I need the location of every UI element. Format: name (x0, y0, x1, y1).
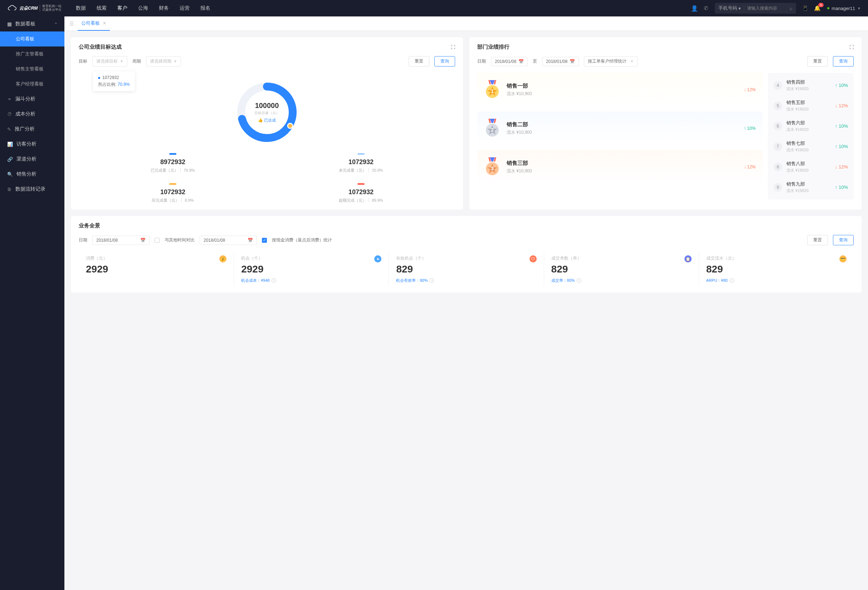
mobile-icon[interactable]: 📱 (803, 6, 807, 11)
cloud-icon (7, 4, 17, 12)
card-rank: 部门业绩排行⛶ 日期 2018/01/08📅 至 2018/01/08📅 按工单… (469, 37, 862, 209)
card-goal: 公司业绩目标达成⛶ 目标 请选择目标▼ 周期 请选择周期▼ 重置 查询 1072… (71, 37, 463, 209)
kpi-icon: 🛡 (530, 255, 537, 262)
sidebar-sub-item[interactable]: 销售主管看板 (0, 62, 64, 77)
date-input[interactable]: 2018/01/08📅 (92, 235, 149, 245)
rank-row: 5销售五部流水 ¥19020↓ 12% (768, 96, 854, 116)
help-icon[interactable]: ? (272, 278, 276, 283)
help-icon[interactable]: ? (430, 278, 434, 283)
pct-change: ↑ 10% (835, 184, 848, 190)
checkbox-compare[interactable] (155, 238, 159, 243)
rank-row: 4销售四部流水 ¥19020↑ 10% (768, 75, 854, 96)
stat-item: 1072932未完成量（元）20.9% (267, 153, 455, 173)
phone-icon[interactable]: ✆ (703, 6, 709, 11)
pct-change: ↓ 12% (835, 164, 848, 169)
rank-card: 1销售一部流水 ¥10,900↓12% (477, 73, 763, 107)
stat-item: 8972932已完成量（元）70.9% (79, 153, 267, 173)
sidebar-item[interactable]: 🔗渠道分析 (0, 152, 64, 167)
chevron-up-icon: ⌃ (55, 22, 57, 26)
kpi-item: 有效机会（个）🛡829机会有效率：80% ? (388, 252, 543, 286)
sidebar-group-dashboard[interactable]: ▦数据看板 ⌃ (0, 16, 64, 31)
kpi-icon: 💳 (839, 255, 847, 262)
donut-chart: 100000 目标总量（元） 👍 已达成 (235, 80, 299, 144)
expand-icon[interactable]: ⛶ (849, 45, 854, 50)
expand-icon[interactable]: ⛶ (451, 45, 455, 50)
select-period[interactable]: 请选择周期▼ (146, 56, 181, 66)
help-icon[interactable]: ? (729, 278, 734, 283)
sidebar-sub-item[interactable]: 推广主管看板 (0, 47, 64, 62)
bell-icon[interactable]: 🔔5 (814, 5, 821, 12)
arrow-icon: ↓ (835, 103, 838, 108)
thumb-icon: 👍 (258, 118, 263, 122)
reset-button[interactable]: 重置 (409, 56, 430, 66)
sidebar-item[interactable]: ✎推广分析 (0, 122, 64, 137)
checkbox-stat[interactable]: ✓ (262, 238, 267, 243)
sidebar-icon: ⫧ (7, 97, 12, 102)
close-icon[interactable]: ✕ (103, 21, 106, 26)
kpi-item: 消费（元）💰2929 (79, 252, 234, 286)
date-to[interactable]: 2018/01/08📅 (542, 57, 579, 66)
query-button[interactable]: 查询 (833, 56, 854, 66)
tab-bar: ☰ 公司看板 ✕ (64, 16, 868, 31)
nav-item[interactable]: 报名 (200, 5, 210, 12)
sidebar-item[interactable]: ⏱成本分析 (0, 107, 64, 122)
sidebar-item[interactable]: 🔍销售分析 (0, 167, 64, 182)
nav-item[interactable]: 客户 (117, 5, 127, 12)
arrow-icon: ↓ (835, 164, 838, 169)
svg-point-2 (288, 124, 293, 128)
reset-button[interactable]: 重置 (807, 56, 828, 66)
calendar-icon: 📅 (140, 238, 146, 243)
select-target[interactable]: 请选择目标▼ (92, 56, 127, 66)
reset-button[interactable]: 重置 (807, 235, 828, 245)
query-button[interactable]: 查询 (833, 235, 854, 245)
nav-item[interactable]: 公海 (138, 5, 148, 12)
arrow-icon: ↓ (744, 87, 746, 92)
sidebar-item[interactable]: 🗎数据流转记录 (0, 182, 64, 197)
sidebar-item[interactable]: ⫧漏斗分析 (0, 91, 64, 107)
sidebar-sub-item[interactable]: 公司看板 (0, 31, 64, 47)
pct-change: ↓12% (744, 87, 756, 92)
sidebar: ▦数据看板 ⌃ 公司看板推广主管看板销售主管看板客户经理看板 ⫧漏斗分析⏱成本分… (0, 16, 64, 590)
arrow-icon: ↑ (835, 144, 838, 149)
stat-item: 1072932应完成量（元）8.9% (79, 183, 267, 203)
menu-icon[interactable]: ☰ (69, 21, 74, 26)
search-icon[interactable]: ⌕ (790, 6, 793, 11)
label-stat: 按现金消费（返点后消费）统计 (272, 237, 332, 243)
top-bar: 云朵CRM 教育机构一站式服务云平台 数据线索客户公海财务运营报名 👤 ✆ 手机… (0, 0, 868, 16)
medal-icon: 1 (484, 80, 500, 99)
sidebar-sub-item[interactable]: 客户经理看板 (0, 77, 64, 91)
rank-row: 8销售八部流水 ¥19020↓ 12% (768, 157, 854, 177)
rank-row: 7销售七部流水 ¥19020↑ 10% (768, 136, 854, 157)
nav-item[interactable]: 运营 (180, 5, 190, 12)
logo[interactable]: 云朵CRM 教育机构一站式服务云平台 (7, 4, 62, 12)
label-date: 日期 (79, 237, 87, 243)
help-icon[interactable]: ? (577, 278, 582, 283)
kpi-item: 成交单数（单）📋829成交率：80% ? (544, 252, 699, 286)
nav-item[interactable]: 线索 (97, 5, 106, 12)
date-from[interactable]: 2018/01/08📅 (491, 57, 528, 66)
sidebar-icon: ⏱ (7, 112, 12, 117)
sidebar-icon: 🗎 (7, 187, 12, 192)
medal-icon: 2 (484, 119, 500, 138)
nav-item[interactable]: 财务 (159, 5, 169, 12)
sidebar-item[interactable]: 📊访客分析 (0, 137, 64, 152)
stat-item: 1072932超额完成（元）89.9% (267, 183, 455, 203)
kpi-item: 机会（个）➤2929机会成本：¥948 ? (234, 252, 388, 286)
arrow-icon: ↑ (835, 184, 838, 190)
tab-company-board[interactable]: 公司看板 ✕ (78, 16, 110, 31)
sidebar-icon: ✎ (7, 127, 11, 132)
kpi-icon: ➤ (374, 255, 381, 262)
dashboard-icon: ▦ (7, 21, 12, 27)
select-group[interactable]: 按工单客户经理统计▼ (584, 56, 638, 66)
query-button[interactable]: 查询 (434, 56, 455, 66)
user-menu[interactable]: manager11 ▼ (827, 6, 861, 11)
main-nav: 数据线索客户公海财务运营报名 (76, 5, 210, 12)
pct-change: ↑ 10% (835, 124, 848, 129)
nav-item[interactable]: 数据 (76, 5, 86, 12)
card-title: 部门业绩排行 (477, 44, 509, 50)
search-input[interactable] (744, 6, 787, 11)
person-icon[interactable]: 👤 (692, 6, 697, 11)
kpi-icon: 💰 (219, 255, 226, 262)
date-compare[interactable]: 2018/01/08📅 (200, 235, 257, 245)
search-type-select[interactable]: 手机号码 ▾ (719, 5, 741, 12)
